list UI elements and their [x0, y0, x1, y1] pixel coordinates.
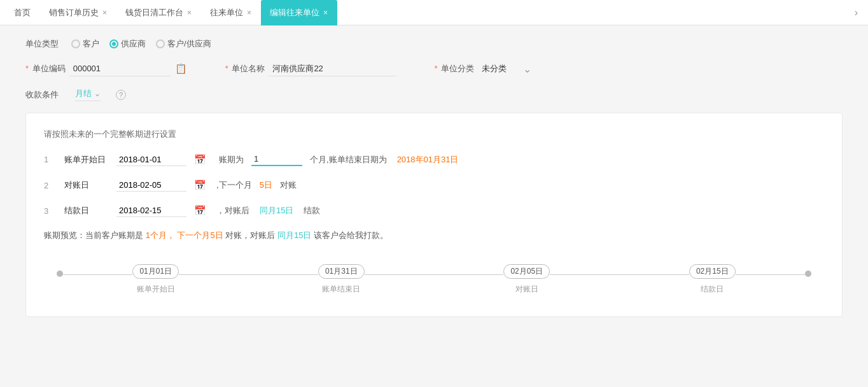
- tab-cashflow[interactable]: 钱货日清工作台 ×: [116, 0, 201, 25]
- unit-code-field: * 单位编码 📋: [25, 61, 187, 76]
- period-input[interactable]: [251, 153, 302, 166]
- unit-name-label: * 单位名称: [225, 63, 265, 74]
- tabs-bar: 首页 销售订单历史 × 钱货日清工作台 × 往来单位 × 编辑往来单位 × ›: [0, 0, 868, 25]
- tab-home[interactable]: 首页: [5, 0, 40, 25]
- tl-line-1b: [179, 274, 248, 275]
- radio-supplier[interactable]: 供应商: [109, 38, 146, 50]
- timeline-container: 01月01日 账单开始日 01月31日 账单结束日: [44, 264, 824, 295]
- tl-line-4a: [620, 274, 689, 275]
- reconcile-prefix: ,下一个月: [216, 179, 252, 191]
- payment-suffix2: 结款: [304, 205, 320, 216]
- radio-both[interactable]: 客户/供应商: [156, 38, 211, 50]
- tab-cashflow-close[interactable]: ×: [187, 8, 192, 17]
- tl-line-3b: [550, 274, 619, 275]
- node-bubble-4: 02月15日: [689, 264, 736, 279]
- tab-cashflow-label: 钱货日清工作台: [125, 7, 183, 18]
- unit-category-star: *: [434, 64, 437, 73]
- radio-supplier-label: 供应商: [121, 38, 146, 50]
- reconcile-date-calendar-icon[interactable]: 📅: [194, 179, 206, 191]
- unit-code-copy-icon[interactable]: 📋: [175, 63, 187, 74]
- row-num-3: 3: [44, 206, 57, 216]
- setting-row-3: 3 结款日 📅 ，对账后 同月15日 结款: [44, 204, 824, 217]
- preview-highlight: 同月15日: [277, 230, 311, 240]
- reconcile-date-input[interactable]: [116, 179, 186, 192]
- setting-row-1: 1 账单开始日 📅 账期为 个月,账单结束日期为 2018年01月31日: [44, 153, 824, 166]
- row-label-1: 账单开始日: [64, 154, 109, 165]
- radio-customer[interactable]: 客户: [71, 38, 99, 50]
- start-date-calendar-icon[interactable]: 📅: [194, 154, 206, 165]
- payment-label: 收款条件: [25, 89, 59, 101]
- unit-name-star: *: [225, 64, 228, 73]
- preview-mid: 下一个月5日: [177, 230, 223, 240]
- setting-row-2: 2 对账日 📅 ,下一个月5日 对账: [44, 179, 824, 192]
- radio-both-circle: [156, 39, 165, 48]
- tab-partner[interactable]: 往来单位 ×: [201, 0, 261, 25]
- right-dot: [805, 271, 811, 277]
- end-date-highlight: 2018年01月31日: [397, 154, 459, 165]
- unit-name-field: * 单位名称: [225, 61, 396, 76]
- row-num-2: 2: [44, 181, 57, 190]
- payment-row: 收款条件 月结 ⌄ ?: [25, 88, 843, 101]
- payment-dropdown-icon[interactable]: ⌄: [94, 89, 101, 98]
- row-num-1: 1: [44, 155, 57, 164]
- timeline-node-3: 02月05日 对账日: [434, 264, 620, 295]
- tab-more-chevron[interactable]: ›: [850, 7, 863, 18]
- tab-partner-close[interactable]: ×: [247, 8, 251, 17]
- payment-date-input[interactable]: [116, 204, 186, 217]
- node-label-1: 账单开始日: [137, 284, 175, 295]
- panel-hint: 请按照未来的一个完整帐期进行设置: [44, 129, 824, 140]
- left-dot: [57, 271, 63, 277]
- tl-line-4b: [736, 274, 805, 275]
- payment-day-highlight: 同月15日: [260, 205, 293, 216]
- tl-line-2a: [249, 274, 318, 275]
- node-bubble-3: 02月05日: [503, 264, 550, 279]
- unit-type-label: 单位类型: [25, 38, 59, 50]
- node-label-2: 账单结束日: [322, 284, 360, 295]
- timeline-node-4: 02月15日 结款日: [620, 264, 806, 295]
- payment-select[interactable]: 月结 ⌄: [75, 88, 101, 101]
- unit-code-star: *: [25, 64, 29, 73]
- tl-line-2b: [365, 274, 434, 275]
- payment-value: 月结: [75, 88, 92, 99]
- unit-type-row: 单位类型 客户 供应商 客户/供应商: [25, 38, 843, 50]
- node-bubble-1: 01月01日: [132, 264, 179, 279]
- unit-category-field: * 单位分类 未分类 ⌄: [434, 63, 531, 75]
- preview-suffix: 该客户会给我打款。: [314, 230, 388, 240]
- node-bubble-2: 01月31日: [318, 264, 365, 279]
- node-label-3: 对账日: [515, 284, 538, 295]
- payment-help-icon[interactable]: ?: [116, 90, 126, 100]
- tab-sales-history[interactable]: 销售订单历史 ×: [40, 0, 116, 25]
- tab-partner-label: 往来单位: [210, 7, 243, 18]
- unit-info-row: * 单位编码 📋 * 单位名称 * 单位分类 未分类 ⌄: [25, 61, 843, 76]
- radio-customer-label: 客户: [83, 38, 99, 50]
- payment-date-calendar-icon[interactable]: 📅: [194, 205, 206, 216]
- radio-supplier-circle: [109, 39, 118, 48]
- reconcile-suffix: 对账: [280, 179, 297, 191]
- payment-suffix1: ，对账后: [216, 205, 249, 216]
- row-label-3: 结款日: [64, 205, 109, 216]
- settings-panel: 请按照未来的一个完整帐期进行设置 1 账单开始日 📅 账期为 个月,账单结束日期…: [25, 113, 843, 317]
- unit-code-label: * 单位编码: [25, 63, 66, 74]
- tl-line-1a: [63, 274, 132, 275]
- page-content: 单位类型 客户 供应商 客户/供应商 * 单位编码 📋: [0, 25, 868, 387]
- preview-period: 1个月，: [146, 230, 175, 240]
- unit-category-dropdown-icon[interactable]: ⌄: [523, 63, 531, 75]
- unit-code-input[interactable]: [69, 61, 171, 76]
- timeline-right-dot: [805, 264, 811, 295]
- tab-edit-partner-close[interactable]: ×: [323, 8, 328, 17]
- unit-category-label: * 单位分类: [434, 63, 474, 74]
- node-label-4: 结款日: [701, 284, 724, 295]
- timeline-node-2: 01月31日 账单结束日: [249, 264, 435, 295]
- radio-both-label: 客户/供应商: [167, 38, 211, 50]
- tab-sales-history-close[interactable]: ×: [102, 8, 107, 17]
- unit-category-value: 未分类: [482, 63, 507, 74]
- period-prefix: 账期为: [219, 154, 244, 165]
- unit-name-input[interactable]: [269, 61, 396, 76]
- preview-prefix: 账期预览：当前客户账期是: [44, 230, 143, 240]
- start-date-input[interactable]: [116, 153, 186, 166]
- timeline-section: 01月01日 账单开始日 01月31日 账单结束日: [44, 254, 824, 301]
- preview-text: 账期预览：当前客户账期是 1个月， 下一个月5日 对账，对账后 同月15日 该客…: [44, 230, 824, 254]
- tab-edit-partner[interactable]: 编辑往来单位 ×: [261, 0, 337, 25]
- unit-type-radio-group: 客户 供应商 客户/供应商: [71, 38, 211, 50]
- timeline-node-1: 01月01日 账单开始日: [63, 264, 249, 295]
